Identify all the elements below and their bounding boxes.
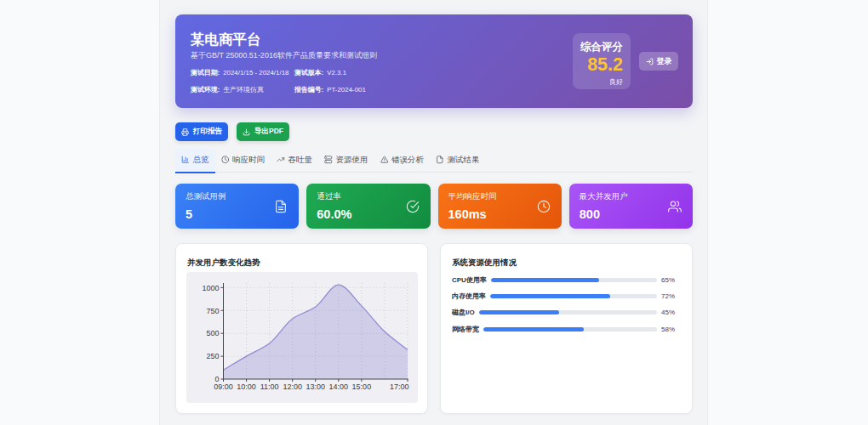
page-title: 某电商平台 <box>191 31 261 49</box>
tab-response-time[interactable]: 响应时间 <box>215 148 271 172</box>
tab-label: 吞吐量 <box>288 155 313 166</box>
svg-text:13:00: 13:00 <box>306 382 325 391</box>
meta-label: 测试环境: <box>191 86 220 94</box>
meta-test-env: 测试环境:生产环境仿真 <box>191 85 264 94</box>
svg-text:14:00: 14:00 <box>329 382 349 391</box>
stat-card-max-concurrent-users: 最大并发用户800 <box>569 184 693 229</box>
resource-row-3: 网络带宽58% <box>452 321 682 337</box>
stat-card-total-test-cases: 总测试用例5 <box>175 184 299 229</box>
tab-overview[interactable]: 总览 <box>175 148 215 172</box>
alert-triangle-icon <box>380 156 389 164</box>
resource-bar-fill <box>490 294 610 298</box>
resource-value: 45% <box>661 309 682 316</box>
page-subtitle: 基于GB/T 25000.51-2016软件产品质量要求和测试细则 <box>191 50 377 61</box>
resource-value: 58% <box>661 326 682 333</box>
resource-bar-fill <box>491 278 599 282</box>
meta-test-date: 测试日期:2024/1/15 - 2024/1/18 <box>191 68 288 77</box>
printer-icon <box>181 128 189 136</box>
export-pdf-button[interactable]: 导出PDF <box>237 122 289 141</box>
resource-value: 72% <box>661 292 682 300</box>
download-icon <box>243 128 250 136</box>
resource-row-1: 内存使用率72% <box>452 288 682 304</box>
print-report-button[interactable]: 打印报告 <box>175 122 228 141</box>
resources-title: 系统资源使用情况 <box>452 258 517 269</box>
stat-card-avg-response-time: 平均响应时间160ms <box>438 184 562 229</box>
meta-value: 2024/1/15 - 2024/1/18 <box>223 69 288 76</box>
login-label: 登录 <box>657 56 672 67</box>
svg-text:15:00: 15:00 <box>352 382 372 391</box>
svg-text:500: 500 <box>206 329 219 337</box>
trend-chart-panel: 并发用户数变化趋势 0250500750100009:0010:0011:001… <box>175 243 428 414</box>
overall-score-box: 综合评分 85.2 良好 <box>573 33 631 89</box>
tab-label: 资源使用 <box>336 155 368 166</box>
chart-title: 并发用户数变化趋势 <box>187 258 260 269</box>
svg-text:250: 250 <box>206 352 219 360</box>
check-circle-icon <box>406 200 420 217</box>
trending-up-icon <box>277 156 285 164</box>
resource-bar-fill <box>483 327 584 332</box>
content-column: 某电商平台 基于GB/T 25000.51-2016软件产品质量要求和测试细则 … <box>159 0 708 425</box>
svg-text:09:00: 09:00 <box>214 382 233 391</box>
score-value: 85.2 <box>573 54 623 76</box>
svg-text:10:00: 10:00 <box>237 382 256 391</box>
resource-row-0: CPU使用率65% <box>452 272 682 288</box>
log-in-icon <box>646 58 654 65</box>
resource-bar-track <box>491 278 657 282</box>
resource-row-2: 磁盘I/O45% <box>452 304 682 320</box>
resource-bar-fill <box>479 310 559 314</box>
meta-value: 生产环境仿真 <box>223 86 263 94</box>
tab-label: 响应时间 <box>232 155 265 166</box>
resource-label: CPU使用率 <box>452 275 487 285</box>
login-button[interactable]: 登录 <box>639 52 678 71</box>
tab-label: 总览 <box>193 155 209 166</box>
clock-icon <box>537 200 551 217</box>
chart-column-icon <box>181 156 190 164</box>
users-icon <box>668 200 682 217</box>
resource-label: 网络带宽 <box>452 325 479 334</box>
tab-bar: 总览响应时间吞吐量资源使用错误分析测试结果 <box>175 148 693 173</box>
stat-card-pass-rate: 通过率60.0% <box>306 184 430 229</box>
report-header-card: 某电商平台 基于GB/T 25000.51-2016软件产品质量要求和测试细则 … <box>175 14 693 108</box>
page: 某电商平台 基于GB/T 25000.51-2016软件产品质量要求和测试细则 … <box>0 0 868 425</box>
tab-test-results[interactable]: 测试结果 <box>430 148 486 172</box>
clock-icon <box>221 156 230 164</box>
resource-value: 65% <box>661 276 682 284</box>
export-label: 导出PDF <box>254 127 283 137</box>
resources-panel: 系统资源使用情况 CPU使用率65%内存使用率72%磁盘I/O45%网络带宽58… <box>440 243 693 414</box>
resource-label: 内存使用率 <box>452 292 486 301</box>
server-icon <box>324 156 333 164</box>
meta-value: PT-2024-001 <box>327 86 366 94</box>
file-text-icon <box>274 200 288 217</box>
resource-rows: CPU使用率65%内存使用率72%磁盘I/O45%网络带宽58% <box>452 272 682 337</box>
svg-text:17:00: 17:00 <box>390 382 409 391</box>
svg-text:11:00: 11:00 <box>260 382 279 391</box>
tab-error-analysis[interactable]: 错误分析 <box>374 148 431 172</box>
resource-bar-track <box>490 294 657 298</box>
tab-throughput[interactable]: 吞吐量 <box>271 148 318 172</box>
tab-label: 错误分析 <box>391 155 424 166</box>
meta-label: 测试版本: <box>294 69 323 76</box>
area-chart: 0250500750100009:0010:0011:0012:0013:001… <box>186 272 418 403</box>
stat-cards: 总测试用例5通过率60.0%平均响应时间160ms最大并发用户800 <box>175 184 693 229</box>
meta-report-no: 报告编号:PT-2024-001 <box>294 85 366 94</box>
print-label: 打印报告 <box>193 127 222 137</box>
score-label: 综合评分 <box>573 42 623 54</box>
toolbar: 打印报告 导出PDF <box>175 122 289 141</box>
tab-resource-usage[interactable]: 资源使用 <box>318 148 374 172</box>
meta-label: 报告编号: <box>294 86 323 94</box>
meta-label: 测试日期: <box>191 69 220 76</box>
resource-bar-track <box>483 327 657 332</box>
svg-text:750: 750 <box>206 307 219 315</box>
file-icon <box>436 156 444 164</box>
meta-value: V2.3.1 <box>327 69 346 76</box>
score-grade: 良好 <box>573 77 623 87</box>
resource-bar-track <box>479 310 657 314</box>
tab-label: 测试结果 <box>448 155 480 166</box>
meta-test-version: 测试版本:V2.3.1 <box>294 68 346 77</box>
svg-text:1000: 1000 <box>202 284 219 292</box>
resource-label: 磁盘I/O <box>452 308 475 317</box>
svg-text:12:00: 12:00 <box>283 382 302 391</box>
